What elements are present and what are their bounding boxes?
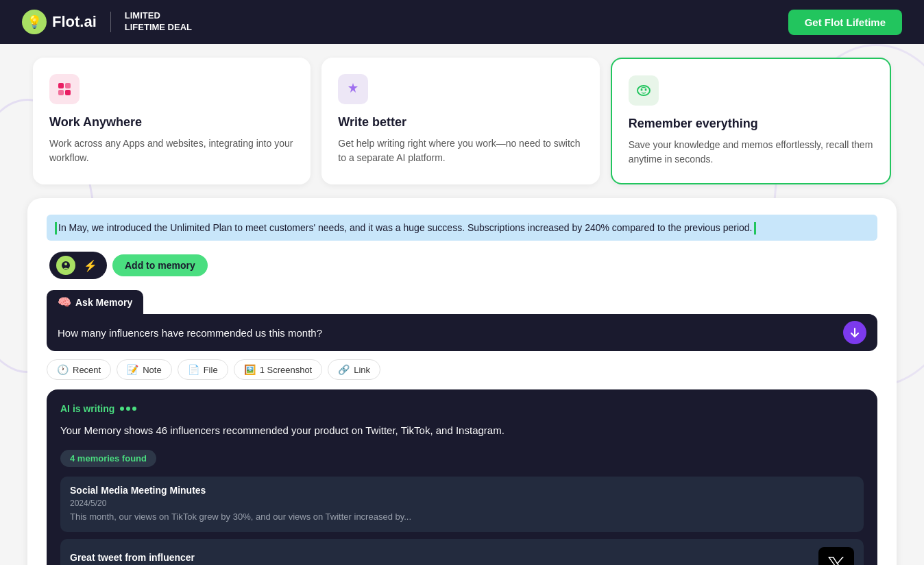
write-better-title: Write better (338, 115, 583, 130)
write-better-icon (338, 74, 368, 104)
svg-point-8 (64, 263, 67, 265)
logo-deal: LIMITED LIFETIME DEAL (125, 10, 192, 34)
dot-3 (132, 407, 136, 411)
svg-point-6 (644, 89, 646, 91)
ask-memory-icon: 🧠 (58, 296, 71, 309)
work-anywhere-icon (49, 74, 80, 104)
memory-item-1-meta: 2024/5/20 (70, 498, 854, 508)
cursor-end (754, 222, 756, 235)
remember-desc: Save your knowledge and memos effortless… (629, 138, 873, 167)
memory-item-1-title: Social Media Meeting Minutes (70, 485, 854, 496)
feature-card-remember: Remember everything Save your knowledge … (611, 58, 891, 184)
svg-rect-3 (65, 90, 71, 95)
search-bar: How many influencers have recommended us… (47, 314, 877, 351)
remember-title: Remember everything (629, 117, 873, 131)
cta-button[interactable]: Get Flot Lifetime (788, 10, 902, 35)
svg-rect-2 (58, 90, 64, 95)
demo-container: In May, we introduced the Unlimited Plan… (27, 198, 897, 565)
memory-item-1-desc: This month, our views on TikTok grew by … (70, 511, 854, 523)
filter-tabs: 🕐 Recent 📝 Note 📄 File 🖼️ 1 Screenshot 🔗 (47, 359, 877, 380)
memory-item-2-left: Great tweet from influencer 2024/5/19 ht… (70, 552, 350, 565)
screenshot-icon: 🖼️ (244, 364, 256, 375)
work-anywhere-title: Work Anywhere (49, 115, 294, 130)
filter-tab-file[interactable]: 📄 File (178, 359, 228, 380)
feature-card-write-better: Write better Get help writing right wher… (321, 58, 599, 184)
memory-item-1-date: 2024/5/20 (70, 498, 106, 508)
header: 💡 Flot.ai LIMITED LIFETIME DEAL Get Flot… (0, 0, 924, 44)
file-icon: 📄 (188, 364, 199, 375)
toolbar-icon-group: ⚡ (49, 252, 107, 279)
logo-area: 💡 Flot.ai LIMITED LIFETIME DEAL (22, 10, 192, 34)
filter-tab-note[interactable]: 📝 Note (117, 359, 171, 380)
write-better-desc: Get help writing right where you work—no… (338, 136, 583, 165)
filter-tab-link[interactable]: 🔗 Link (328, 359, 380, 380)
search-send-button[interactable] (843, 321, 866, 344)
work-anywhere-desc: Work across any Apps and websites, integ… (49, 136, 294, 165)
feature-card-work-anywhere: Work Anywhere Work across any Apps and w… (33, 58, 311, 184)
svg-rect-0 (58, 83, 64, 88)
features-row: Work Anywhere Work across any Apps and w… (0, 58, 924, 184)
logo-divider (110, 12, 111, 32)
selected-text: In May, we introduced the Unlimited Plan… (47, 215, 877, 241)
memory-item-2[interactable]: Great tweet from influencer 2024/5/19 ht… (60, 539, 864, 565)
logo-text: Flot.ai (52, 13, 97, 31)
flot-icon-btn[interactable] (56, 256, 75, 275)
search-query-text[interactable]: How many influencers have recommended us… (58, 327, 836, 339)
dot-1 (120, 407, 124, 411)
selected-text-block: In May, we introduced the Unlimited Plan… (47, 215, 877, 241)
dot-2 (126, 407, 130, 411)
note-icon: 📝 (127, 364, 138, 375)
memories-badge: 4 memories found (60, 450, 156, 467)
loading-dots (120, 407, 136, 411)
floating-toolbar: ⚡ Add to memory (49, 252, 877, 279)
memory-item-1[interactable]: Social Media Meeting Minutes 2024/5/20 T… (60, 477, 864, 531)
svg-point-5 (640, 89, 642, 91)
memory-item-2-title: Great tweet from influencer (70, 552, 350, 563)
result-area: AI is writing Your Memory shows 46 influ… (47, 389, 877, 565)
logo-icon: 💡 (22, 10, 47, 34)
remember-icon (629, 75, 659, 106)
cursor-start (55, 222, 57, 235)
add-to-memory-button[interactable]: Add to memory (112, 254, 208, 276)
memory-item-2-content: Great tweet from influencer 2024/5/19 ht… (70, 547, 854, 565)
filter-tab-recent[interactable]: 🕐 Recent (47, 359, 111, 380)
ask-memory-tab[interactable]: 🧠 Ask Memory (47, 290, 143, 314)
main-content: Work Anywhere Work across any Apps and w… (0, 44, 924, 565)
star-icon-btn[interactable]: ⚡ (81, 256, 100, 275)
result-text: Your Memory shows 46 influencers recomme… (60, 422, 864, 439)
recent-icon: 🕐 (57, 364, 69, 375)
twitter-thumbnail (818, 547, 854, 565)
link-icon: 🔗 (338, 364, 350, 375)
svg-rect-1 (65, 83, 71, 88)
ai-writing-label: AI is writing (60, 403, 864, 414)
filter-tab-screenshot[interactable]: 🖼️ 1 Screenshot (234, 359, 323, 380)
